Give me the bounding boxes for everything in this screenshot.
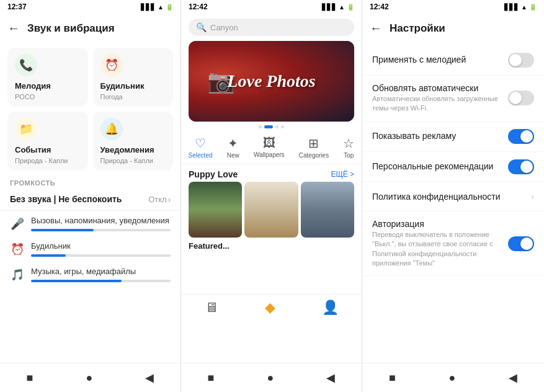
notifications-name: Уведомления bbox=[100, 145, 166, 154]
calls-volume-slider[interactable] bbox=[31, 229, 171, 231]
setting-apply-melody-name: Применять с мелодией bbox=[372, 55, 501, 65]
status-bar-3: 12:42 ▋▋▋ ▲ 🔋 bbox=[362, 0, 544, 14]
alarm-card[interactable]: ⏰ Будильник Погода bbox=[93, 48, 174, 107]
home-nav-3[interactable]: ■ bbox=[381, 369, 403, 387]
back-nav-2[interactable]: ◀ bbox=[319, 368, 342, 387]
media-volume-info: Музыка, игры, медиафайлы bbox=[31, 267, 171, 282]
alarm-sub: Погода bbox=[100, 93, 166, 100]
status-bar-2: 12:42 ▋▋▋ ▲ 🔋 bbox=[181, 0, 362, 14]
tab-new[interactable]: ✦ New bbox=[222, 133, 244, 161]
theme-bottom-icon[interactable]: ◆ bbox=[265, 300, 275, 316]
media-volume-slider[interactable] bbox=[31, 280, 171, 282]
dnd-arrow: › bbox=[168, 195, 171, 204]
wallpaper-thumb-1[interactable] bbox=[189, 182, 242, 238]
back-nav-1[interactable]: ◀ bbox=[138, 368, 161, 387]
home-nav-2[interactable]: ■ bbox=[200, 369, 222, 387]
featured-section-label: Featured... bbox=[181, 238, 362, 252]
signal-icon-2: ▋▋▋ bbox=[322, 4, 337, 11]
calls-volume-info: Вызовы, напоминания, уведомления bbox=[31, 216, 171, 231]
dnd-row[interactable]: Без звука | Не беспокоить Откл › bbox=[0, 188, 181, 211]
section-more-button[interactable]: ЕЩЁ > bbox=[331, 170, 354, 179]
tab-categories[interactable]: ⊞ Categories bbox=[294, 133, 334, 161]
section-name: Puppy Love bbox=[189, 169, 238, 179]
notifications-sub: Природа - Капли bbox=[100, 157, 166, 164]
setting-personal-recs: Персональные рекомендации bbox=[362, 152, 544, 182]
setting-show-ads-name: Показывать рекламу bbox=[372, 131, 501, 141]
setting-auto-update-content: Обновлять автоматически Автоматически об… bbox=[372, 83, 508, 114]
battery-icon: 🔋 bbox=[166, 4, 173, 11]
top-tab-icon: ☆ bbox=[343, 136, 354, 151]
wifi-icon-2: ▲ bbox=[339, 4, 345, 11]
wallpaper-grid bbox=[181, 182, 362, 238]
search-bar[interactable]: 🔍 Canyon bbox=[189, 19, 354, 36]
calls-volume-fill bbox=[31, 229, 94, 231]
toggle-show-ads[interactable] bbox=[508, 129, 534, 144]
back-nav-3[interactable]: ◀ bbox=[501, 368, 525, 387]
toggle-apply-melody[interactable] bbox=[508, 53, 534, 68]
status-bar-1: 12:37 ▋▋▋ ▲ 🔋 bbox=[0, 0, 181, 14]
toggle-auto-update-thumb bbox=[509, 92, 522, 104]
sound-vibration-panel: 12:37 ▋▋▋ ▲ 🔋 ← Звук и вибрация 📞 Мелоди… bbox=[0, 0, 181, 392]
setting-show-ads-content: Показывать рекламу bbox=[372, 131, 508, 142]
status-icons-1: ▋▋▋ ▲ 🔋 bbox=[141, 4, 173, 11]
setting-authorization-name: Авторизация bbox=[372, 219, 501, 229]
categories-tab-label: Categories bbox=[299, 152, 329, 159]
alarm-volume-label: Будильник bbox=[31, 241, 171, 251]
notifications-card[interactable]: 🔔 Уведомления Природа - Капли bbox=[93, 112, 174, 171]
home-nav-1[interactable]: ■ bbox=[19, 369, 41, 387]
setting-show-ads: Показывать рекламу bbox=[362, 122, 544, 152]
profile-bottom-icon[interactable]: 👤 bbox=[322, 300, 339, 316]
dot-2 bbox=[264, 125, 273, 128]
setting-authorization: Авторизация Переводя выключатель в полож… bbox=[362, 212, 544, 277]
selected-tab-icon: ♡ bbox=[195, 136, 206, 151]
wallpaper-thumb-3[interactable] bbox=[301, 182, 354, 238]
search-icon: 🔍 bbox=[196, 22, 207, 32]
tab-wallpapers[interactable]: 🖼 Wallpapers bbox=[249, 133, 290, 161]
toggle-auto-update[interactable] bbox=[508, 91, 534, 105]
circle-nav-2[interactable]: ● bbox=[259, 369, 281, 387]
back-button-3[interactable]: ← bbox=[367, 19, 385, 38]
time-1: 12:37 bbox=[7, 2, 27, 11]
toggle-personal-recs[interactable] bbox=[508, 159, 534, 174]
toggle-authorization[interactable] bbox=[508, 236, 534, 251]
wallpaper-tabs: ♡ Selected ✦ New 🖼 Wallpapers ⊞ Categori… bbox=[181, 131, 362, 164]
dot-1 bbox=[259, 125, 262, 128]
setting-personal-recs-name: Персональные рекомендации bbox=[372, 161, 501, 171]
dot-3 bbox=[275, 125, 279, 128]
events-card[interactable]: 📁 События Природа - Капли bbox=[7, 112, 88, 171]
volume-section-label: ГРОМКОСТЬ bbox=[0, 176, 181, 188]
wifi-icon: ▲ bbox=[158, 4, 164, 11]
status-icons-3: ▋▋▋ ▲ 🔋 bbox=[504, 4, 537, 11]
alarm-volume-row: ⏰ Будильник bbox=[0, 236, 181, 259]
tab-selected[interactable]: ♡ Selected bbox=[184, 133, 218, 161]
setting-apply-melody-content: Применять с мелодией bbox=[372, 55, 508, 66]
panel1-header: ← Звук и вибрация bbox=[0, 14, 181, 43]
alarm-volume-fill bbox=[31, 254, 66, 257]
wallpaper-thumb-2[interactable] bbox=[244, 182, 298, 238]
nav-bar-2: ■ ● ◀ bbox=[181, 363, 362, 392]
bottom-nav-2: 🖥 ◆ 👤 bbox=[181, 294, 362, 321]
tab-top[interactable]: ☆ Top bbox=[338, 133, 359, 161]
melody-name: Мелодия bbox=[15, 81, 81, 91]
circle-nav-1[interactable]: ● bbox=[78, 369, 100, 387]
alarm-volume-icon: ⏰ bbox=[10, 243, 25, 256]
setting-privacy-policy[interactable]: Политика конфиденциальности › bbox=[362, 182, 544, 212]
calls-volume-row: 🎤 Вызовы, напоминания, уведомления bbox=[0, 211, 181, 234]
home-bottom-icon[interactable]: 🖥 bbox=[205, 300, 218, 316]
top-tab-label: Top bbox=[344, 152, 354, 159]
nav-bar-3: ■ ● ◀ bbox=[362, 363, 544, 392]
setting-authorization-content: Авторизация Переводя выключатель в полож… bbox=[372, 219, 508, 269]
melody-card[interactable]: 📞 Мелодия POCO bbox=[7, 48, 88, 107]
calls-volume-icon: 🎤 bbox=[10, 217, 25, 231]
hero-wallpaper[interactable]: 📷 Love Photos bbox=[189, 41, 354, 122]
calls-volume-label: Вызовы, напоминания, уведомления bbox=[31, 216, 171, 225]
alarm-volume-slider[interactable] bbox=[31, 254, 171, 257]
toggle-apply-melody-thumb bbox=[509, 54, 522, 66]
notifications-icon: 🔔 bbox=[100, 118, 123, 140]
back-button-1[interactable]: ← bbox=[5, 19, 22, 38]
events-icon: 📁 bbox=[15, 118, 37, 140]
search-input[interactable]: Canyon bbox=[210, 23, 347, 32]
alarm-icon: ⏰ bbox=[100, 54, 123, 76]
media-volume-label: Музыка, игры, медиафайлы bbox=[31, 267, 171, 276]
circle-nav-3[interactable]: ● bbox=[442, 369, 463, 387]
